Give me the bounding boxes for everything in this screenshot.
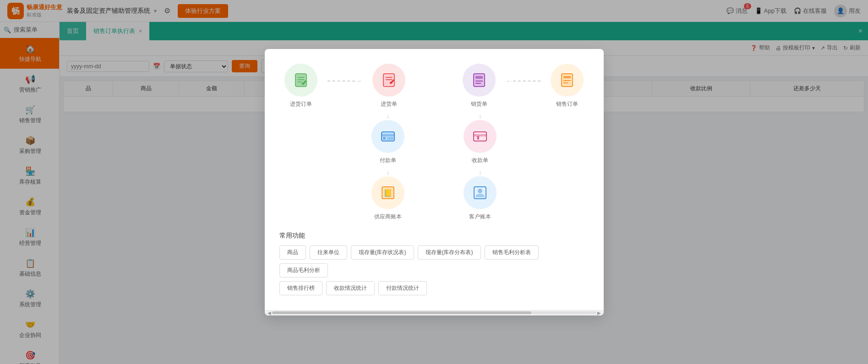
receipt-circle: ¥	[464, 120, 497, 153]
flow-item-sales-order: 销售订单	[551, 64, 584, 108]
svg-text:📒: 📒	[383, 189, 393, 197]
func-btn-counterpart[interactable]: 往来单位	[310, 245, 347, 260]
arrow-down-pb: ↓	[371, 112, 404, 120]
flow-diagram-area: 进货订单 → 进货单	[279, 60, 589, 228]
func-btn-stock-distribution[interactable]: 现存量(库存分布表)	[418, 245, 481, 260]
flow-row-1: 进货订单 → 进货单	[279, 64, 589, 108]
purchase-order-circle	[284, 64, 317, 97]
modal-overlay[interactable]: 进货订单 → 进货单	[0, 0, 868, 364]
flow-item-payment: CNY 付款单	[371, 120, 404, 164]
svg-rect-7	[474, 74, 485, 87]
func-btn-product-gross[interactable]: 商品毛利分析	[279, 263, 328, 277]
flow-arrows-down2: ↓ ↓	[279, 168, 589, 176]
svg-rect-16	[382, 134, 394, 136]
svg-rect-11	[562, 74, 573, 87]
purchase-bill-label: 进货单	[381, 100, 397, 108]
payment-label: 付款单	[380, 157, 396, 164]
supplier-circle: 📒	[371, 176, 404, 209]
common-functions: 常用功能 商品 往来单位 现存量(库存状况表) 现存量(库存分布表) 销售毛利分…	[279, 232, 589, 295]
func-btn-sales-ranking[interactable]: 销售排行榜	[279, 281, 322, 295]
svg-rect-20	[474, 134, 486, 136]
sales-order-circle	[551, 64, 584, 97]
func-btn-sales-gross[interactable]: 销售毛利分析表	[485, 245, 539, 260]
customer-circle	[464, 176, 497, 209]
svg-rect-0	[295, 74, 306, 87]
flow-item-receipt: ¥ 收款单	[464, 120, 497, 164]
flow-item-purchase-order: 进货订单	[284, 64, 317, 108]
sales-bill-circle	[463, 64, 496, 97]
svg-point-17	[383, 137, 386, 140]
flow-row-3: 📒 供应商账本 客户账本	[279, 176, 589, 221]
common-functions-title: 常用功能	[279, 232, 589, 240]
flow-item-supplier: 📒 供应商账本	[371, 176, 404, 221]
supplier-account-label: 供应商账本	[374, 213, 402, 221]
arrow-so-sb: ←	[506, 77, 540, 85]
flow-item-purchase-bill: 进货单	[372, 64, 405, 108]
svg-text:¥: ¥	[477, 136, 480, 141]
scrollbar-right-arrow[interactable]: ▶	[596, 310, 602, 315]
arrow-down-rec: ↓	[464, 168, 497, 176]
func-btn-payment-stats[interactable]: 付款情况统计	[378, 281, 427, 295]
flow-item-sales-bill: 销货单	[463, 64, 496, 108]
arrow-po-pb: →	[328, 77, 362, 85]
scrollbar-track[interactable]	[272, 311, 596, 314]
sales-order-label: 销售订单	[556, 100, 578, 108]
customer-account-label: 客户账本	[469, 213, 491, 221]
sales-bill-label: 销货单	[471, 100, 487, 108]
purchase-bill-circle	[372, 64, 405, 97]
flow-arrows-down: ↓ ↓	[279, 112, 589, 120]
svg-rect-8	[475, 76, 483, 79]
payment-circle: CNY	[371, 120, 404, 153]
flow-item-customer: 客户账本	[464, 176, 497, 221]
scrollbar-left-arrow[interactable]: ◀	[267, 310, 272, 315]
svg-point-25	[478, 189, 482, 193]
func-btn-product[interactable]: 商品	[279, 245, 306, 260]
func-btn-stock-status[interactable]: 现存量(库存状况表)	[351, 245, 414, 260]
function-buttons-row1: 商品 往来单位 现存量(库存状况表) 现存量(库存分布表) 销售毛利分析表 商品…	[279, 245, 589, 277]
arrow-down-pay: ↓	[371, 168, 404, 176]
flow-modal: 进货订单 → 进货单	[265, 49, 604, 315]
function-buttons-row2: 销售排行榜 收款情况统计 付款情况统计	[279, 281, 589, 295]
svg-text:CNY: CNY	[387, 137, 394, 140]
arrow-down-sb: ↓	[464, 112, 497, 120]
receipt-label: 收款单	[472, 157, 488, 164]
modal-scrollbar: ◀ ▶	[265, 310, 604, 315]
flow-row-2: CNY 付款单 ¥ 收款单	[279, 120, 589, 164]
purchase-order-label: 进货订单	[290, 100, 312, 108]
modal-body: 进货订单 → 进货单	[265, 49, 604, 310]
func-btn-receipt-stats[interactable]: 收款情况统计	[326, 281, 375, 295]
svg-rect-12	[563, 76, 571, 78]
scrollbar-thumb	[272, 311, 531, 314]
